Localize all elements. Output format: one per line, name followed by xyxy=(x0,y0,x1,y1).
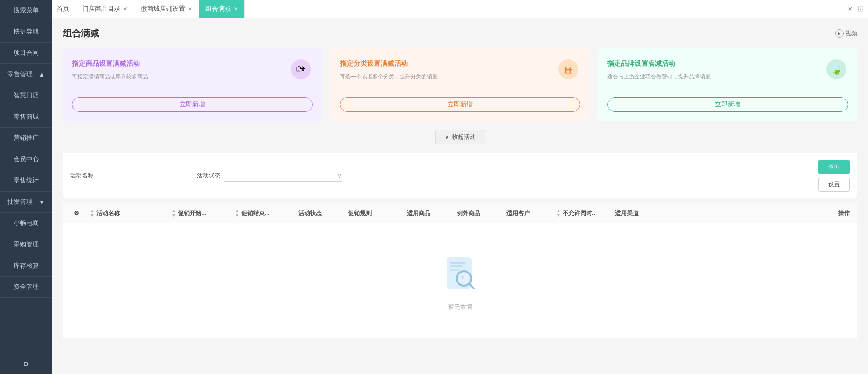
tab-combo-discount[interactable]: 组合满减 ✕ xyxy=(199,0,245,18)
category-card-desc: 可选一个或者多个分类，提升分类的销量 xyxy=(340,72,581,81)
th-action: 操作 xyxy=(666,209,854,217)
th-end: ▲▼ 促销结束... xyxy=(231,209,295,218)
chevron-down-icon: ∨ xyxy=(337,172,342,179)
svg-rect-2 xyxy=(450,265,463,267)
sidebar-item-member[interactable]: 会员中心 xyxy=(0,149,52,170)
th-exclude: 例外商品 xyxy=(453,209,503,217)
th-start: ▲▼ 促销开始... xyxy=(168,209,231,218)
sidebar-settings[interactable]: ⚙ xyxy=(0,354,52,374)
category-card-btn[interactable]: 立即新增 xyxy=(340,97,581,112)
sidebar-item-xiochang[interactable]: 小畅电商 xyxy=(0,213,52,234)
goods-card-desc: 可指定滞销商品或库存较多商品 xyxy=(72,72,313,81)
main-area: 首页 门店商品目录 ✕ 微商城店铺设置 ✕ 组合满减 ✕ ✕ ⊡ 组合满减 ▶ … xyxy=(52,0,868,374)
sidebar-item-marketing[interactable]: 营销推广 xyxy=(0,128,52,149)
activity-name-input[interactable] xyxy=(97,170,188,181)
brand-card-desc: 适合与上游企业联合做营销，提升品牌销量 xyxy=(607,72,848,81)
goods-card-icon: 🛍 xyxy=(291,59,311,79)
activity-status-filter: 活动状态 ∨ xyxy=(197,170,342,182)
tab-close-combo-discount[interactable]: ✕ xyxy=(234,6,238,12)
sidebar-item-retail-mall[interactable]: 零售商城 xyxy=(0,106,52,128)
page-title: 组合满减 xyxy=(63,27,99,39)
sidebar-item-smart-store[interactable]: 智慧门店 xyxy=(0,85,52,106)
goods-card-btn[interactable]: 立即新增 xyxy=(72,97,313,112)
tab-home[interactable]: 首页 xyxy=(57,0,76,18)
filter-actions: 查询 设置 xyxy=(818,160,850,192)
activity-status-select[interactable]: ∨ xyxy=(224,170,342,182)
chevron-up-icon: ▲ xyxy=(38,71,45,78)
sidebar-search[interactable]: 搜索菜单 xyxy=(0,0,52,21)
gear-icon: ⚙ xyxy=(74,210,79,216)
sidebar-item-project[interactable]: 项目合同 xyxy=(0,43,52,64)
sort-icon[interactable]: ▲▼ xyxy=(172,209,176,218)
activity-name-label: 活动名称 xyxy=(70,172,94,180)
brand-card-btn[interactable]: 立即新增 xyxy=(607,97,848,112)
th-name: ▲▼ 活动名称 xyxy=(86,209,168,218)
data-table: ⚙ ▲▼ 活动名称 ▲▼ 促销开始... ▲▼ 促销结束... 活动状态 xyxy=(63,203,857,338)
th-gear[interactable]: ⚙ xyxy=(67,210,86,216)
empty-icon xyxy=(438,250,483,296)
brand-card-title: 指定品牌设置满减活动 xyxy=(607,59,848,68)
tab-bar-right: ✕ ⊡ xyxy=(847,5,863,13)
collapse-bar: ∧ 收起活动 xyxy=(63,130,857,144)
sort-icon[interactable]: ▲▼ xyxy=(90,209,95,218)
sidebar-item-purchase[interactable]: 采购管理 xyxy=(0,234,52,255)
close-window-icon[interactable]: ✕ xyxy=(847,5,853,13)
tab-close-product-catalog[interactable]: ✕ xyxy=(123,6,128,12)
chevron-down-icon: ▼ xyxy=(38,198,45,206)
brand-promo-card: 🍃 指定品牌设置满减活动 适合与上游企业联合做营销，提升品牌销量 立即新增 xyxy=(598,48,857,121)
cards-row: 🛍 指定商品设置满减活动 可指定滞销商品或库存较多商品 立即新增 ▦ 指定分类设… xyxy=(63,48,857,121)
query-button[interactable]: 查询 xyxy=(818,160,850,174)
sidebar-item-finance[interactable]: 资金管理 xyxy=(0,277,52,298)
th-status: 活动状态 xyxy=(295,209,344,217)
category-card-title: 指定分类设置满减活动 xyxy=(340,59,581,68)
th-goods: 适用商品 xyxy=(403,209,453,217)
collapse-btn[interactable]: ∧ 收起活动 xyxy=(435,130,485,144)
play-icon: ▶ xyxy=(835,29,844,38)
th-nosimul: ▲▼ 不允许同时... xyxy=(553,209,611,218)
setting-button[interactable]: 设置 xyxy=(818,177,850,192)
empty-text: 暂无数据 xyxy=(448,303,472,311)
th-channel: 适用渠道 xyxy=(611,209,666,217)
goods-promo-card: 🛍 指定商品设置满减活动 可指定滞销商品或库存较多商品 立即新增 xyxy=(63,48,322,121)
activity-status-label: 活动状态 xyxy=(197,172,220,180)
filter-row: 活动名称 活动状态 ∨ 查询 设置 xyxy=(63,153,857,198)
goods-card-title: 指定商品设置满减活动 xyxy=(72,59,313,68)
page-header: 组合满减 ▶ 视频 xyxy=(63,27,857,39)
th-customer: 适用客户 xyxy=(503,209,553,217)
sidebar-item-inventory[interactable]: 库存核算 xyxy=(0,255,52,277)
sidebar: 搜索菜单 快捷导航 项目合同 零售管理 ▲ 智慧门店 零售商城 营销推广 会员中… xyxy=(0,0,52,374)
tab-bar: 首页 门店商品目录 ✕ 微商城店铺设置 ✕ 组合满减 ✕ ✕ ⊡ xyxy=(52,0,868,18)
table-header: ⚙ ▲▼ 活动名称 ▲▼ 促销开始... ▲▼ 促销结束... 活动状态 xyxy=(63,203,857,223)
sidebar-item-wholesale[interactable]: 批发管理 ▼ xyxy=(0,192,52,213)
empty-state: 暂无数据 xyxy=(63,223,857,338)
maximize-window-icon[interactable]: ⊡ xyxy=(858,5,863,13)
settings-icon: ⚙ xyxy=(23,360,29,368)
video-link[interactable]: ▶ 视频 xyxy=(835,29,857,38)
chevron-up-icon: ∧ xyxy=(445,134,449,141)
sidebar-item-retail-stats[interactable]: 零售统计 xyxy=(0,170,52,192)
svg-rect-3 xyxy=(450,269,460,271)
category-promo-card: ▦ 指定分类设置满减活动 可选一个或者多个分类，提升分类的销量 立即新增 xyxy=(331,48,590,121)
th-rule: 促销规则 xyxy=(344,209,403,217)
tab-close-wechat-store[interactable]: ✕ xyxy=(188,6,192,12)
sort-icon[interactable]: ▲▼ xyxy=(235,209,239,218)
sort-icon[interactable]: ▲▼ xyxy=(556,209,561,218)
sidebar-item-quick-nav[interactable]: 快捷导航 xyxy=(0,21,52,43)
tab-wechat-store[interactable]: 微商城店铺设置 ✕ xyxy=(134,0,199,18)
content-area: 组合满减 ▶ 视频 🛍 指定商品设置满减活动 可指定滞销商品或库存较多商品 立即… xyxy=(52,18,868,374)
svg-point-5 xyxy=(459,273,469,283)
sidebar-item-retail[interactable]: 零售管理 ▲ xyxy=(0,64,52,85)
activity-name-filter: 活动名称 xyxy=(70,170,188,181)
brand-card-icon: 🍃 xyxy=(826,59,846,79)
tab-product-catalog[interactable]: 门店商品目录 ✕ xyxy=(76,0,134,18)
svg-point-7 xyxy=(461,275,464,279)
svg-rect-1 xyxy=(450,262,466,264)
